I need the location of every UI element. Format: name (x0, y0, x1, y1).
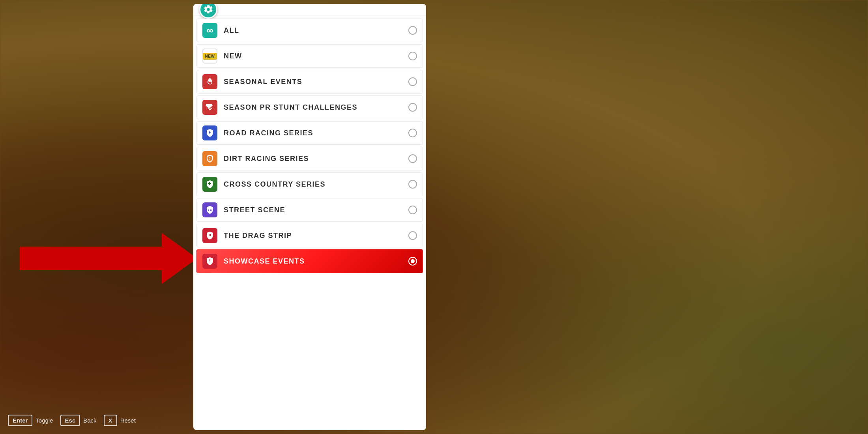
filter-item-label: STREET SCENE (224, 206, 408, 214)
arrow-shape (20, 233, 197, 284)
radio-unselected (408, 154, 417, 163)
filter-item-road-racing[interactable]: ROAD RACING SERIES (196, 121, 423, 145)
key-label-toggle: Toggle (36, 417, 53, 424)
panel-header (193, 4, 426, 15)
drag-strip-icon (202, 228, 217, 243)
season-pr-icon (202, 100, 217, 115)
dirt-racing-icon (202, 151, 217, 166)
key-label-back: Back (83, 417, 96, 424)
radio-unselected (408, 103, 417, 112)
panel-wrapper: ∞ ALL NEW NEW SEASONAL EVENTS SEASON PR … (193, 4, 426, 430)
radio-unselected (408, 26, 417, 35)
filter-item-label: SEASON PR STUNT CHALLENGES (224, 103, 408, 112)
radio-unselected (408, 52, 417, 60)
filter-item-drag-strip[interactable]: THE DRAG STRIP (196, 224, 423, 247)
radio-unselected (408, 180, 417, 189)
key-x[interactable]: X (104, 415, 117, 426)
street-scene-icon (202, 202, 217, 217)
arrow-indicator (20, 233, 209, 284)
key-esc[interactable]: Esc (60, 415, 80, 426)
bottom-controls: EnterToggleEscBackXReset (8, 415, 140, 426)
filter-item-label: NEW (224, 52, 408, 60)
arrow-head (162, 233, 197, 284)
filter-item-season-pr[interactable]: SEASON PR STUNT CHALLENGES (196, 95, 423, 119)
filter-item-label: THE DRAG STRIP (224, 232, 408, 240)
map-filter-panel: ∞ ALL NEW NEW SEASONAL EVENTS SEASON PR … (193, 4, 426, 430)
radio-unselected (408, 77, 417, 86)
filter-item-street-scene[interactable]: STREET SCENE (196, 198, 423, 222)
filter-item-label: CROSS COUNTRY SERIES (224, 180, 408, 189)
filter-item-showcase-events[interactable]: SHOWCASE EVENTS (196, 249, 423, 273)
key-label-reset: Reset (120, 417, 136, 424)
filter-item-label: ROAD RACING SERIES (224, 129, 408, 137)
filter-item-seasonal-events[interactable]: SEASONAL EVENTS (196, 70, 423, 94)
new-icon: NEW (202, 49, 217, 64)
key-enter[interactable]: Enter (8, 415, 32, 426)
filter-item-label: DIRT RACING SERIES (224, 155, 408, 163)
radio-unselected (408, 231, 417, 240)
panel-body: ∞ ALL NEW NEW SEASONAL EVENTS SEASON PR … (193, 15, 426, 430)
filter-item-label: SHOWCASE EVENTS (224, 257, 408, 266)
filter-items-list[interactable]: ∞ ALL NEW NEW SEASONAL EVENTS SEASON PR … (193, 15, 426, 430)
filter-item-new[interactable]: NEW NEW (196, 44, 423, 68)
radio-unselected (408, 129, 417, 137)
road-racing-icon (202, 125, 217, 140)
radio-unselected (408, 206, 417, 214)
showcase-events-icon (202, 254, 217, 269)
filter-item-dirt-racing[interactable]: DIRT RACING SERIES (196, 147, 423, 170)
filter-item-label: SEASONAL EVENTS (224, 78, 408, 86)
cross-country-icon (202, 177, 217, 192)
filter-item-label: ALL (224, 26, 408, 35)
background-overlay (0, 0, 868, 434)
filter-item-cross-country[interactable]: CROSS COUNTRY SERIES (196, 172, 423, 196)
radio-selected (408, 257, 417, 266)
arrow-body (20, 247, 162, 270)
gear-icon (203, 4, 213, 15)
filter-item-all[interactable]: ∞ ALL (196, 19, 423, 42)
all-icon: ∞ (202, 23, 217, 38)
seasonal-events-icon (202, 74, 217, 89)
